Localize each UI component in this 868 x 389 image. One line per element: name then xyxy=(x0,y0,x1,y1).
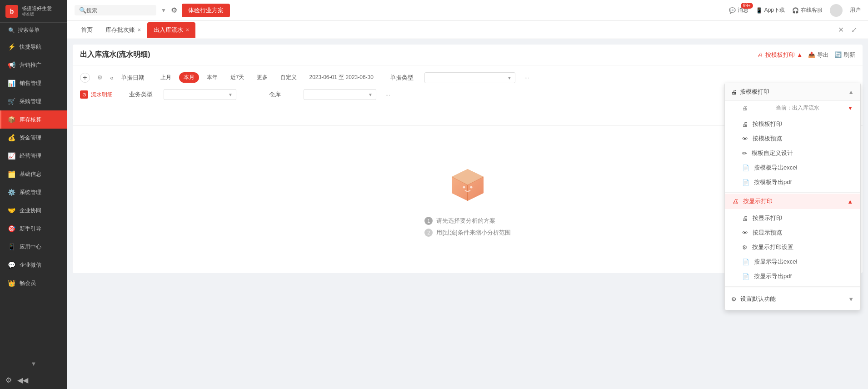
print-dropdown-panel: 🖨 按模板打印 ▲ 🖨 当前：出入库流水 ▼ 🖨 按模板打印 xyxy=(724,83,861,310)
online-service-button[interactable]: 🎧 在线客服 xyxy=(792,6,823,14)
sidebar-item-guide[interactable]: 🎯 新手引导 xyxy=(0,219,67,238)
current-template-label: 当前：出入库流水 xyxy=(776,104,819,112)
dropdown-item-display-excel[interactable]: 📄 按显示导出excel xyxy=(725,254,860,269)
dropdown-footer: ⚙ 设置默认功能 ▼ xyxy=(725,288,860,310)
filter-warehouse-wrapper xyxy=(304,89,376,100)
tab-inout-flow-close[interactable]: × xyxy=(186,27,189,33)
filter-tag-this-month[interactable]: 本月 xyxy=(179,72,199,83)
dropdown-item-template-preview[interactable]: 👁 按模板预览 xyxy=(725,131,860,146)
search-input[interactable] xyxy=(86,7,145,14)
display-section-label: 按显示打印 xyxy=(743,197,773,205)
search-icon: 🔍 xyxy=(8,27,15,34)
doc-type-more[interactable]: ··· xyxy=(524,74,529,81)
svg-point-5 xyxy=(463,186,465,189)
sidebar-item-label: 新手引导 xyxy=(20,225,41,233)
member-icon: 👑 xyxy=(7,279,16,288)
sidebar-item-marketing[interactable]: 📢 营销推广 xyxy=(0,56,67,74)
template-pdf-icon: 📄 xyxy=(742,179,749,186)
dropdown-display-section-header[interactable]: 🖨 按显示打印 ▲ xyxy=(725,194,860,209)
topbar-settings-icon[interactable]: ⚙ xyxy=(171,6,177,15)
message-button[interactable]: 💬 消息 99+ xyxy=(729,6,748,14)
window-close-button[interactable]: ✕ xyxy=(834,25,848,34)
print-template-button[interactable]: 🖨 按模板打印 ▲ xyxy=(758,51,803,59)
print-dropdown-arrow[interactable]: ▲ xyxy=(797,51,803,58)
app-download-button[interactable]: 📱 App下载 xyxy=(756,6,785,14)
user-name: 用户 xyxy=(850,6,861,14)
sidebar-item-member[interactable]: 👑 畅会员 xyxy=(0,274,67,292)
display-section-icon: 🖨 xyxy=(732,198,738,205)
sidebar-item-basic[interactable]: 🗂️ 基础信息 xyxy=(0,165,67,183)
filter-date-range: 2023-06-01 至 2023-06-30 xyxy=(309,74,373,81)
sidebar-item-operation[interactable]: 📈 经营管理 xyxy=(0,147,67,165)
sidebar-item-finance[interactable]: 💰 资金管理 xyxy=(0,129,67,147)
filter-doc-type-select[interactable] xyxy=(424,72,515,83)
warehouse-more[interactable]: ··· xyxy=(385,91,390,98)
dropdown-item-template-excel[interactable]: 📄 按模板导出excel xyxy=(725,160,860,175)
export-button[interactable]: 📤 导出 xyxy=(808,51,829,59)
purchase-icon: 🛒 xyxy=(7,97,16,106)
filter-doc-type-wrapper xyxy=(424,72,515,83)
empty-step-1: 1 请先选择要分析的方案 xyxy=(424,217,510,225)
filter-add-button[interactable]: + xyxy=(80,73,90,83)
industry-solution-button[interactable]: 体验行业方案 xyxy=(182,4,230,17)
sidebar-nav: ⚡ 快捷导航 📢 营销推广 📊 销售管理 🛒 采购管理 📦 库存核算 💰 xyxy=(0,38,67,357)
dropdown-footer-item[interactable]: ⚙ 设置默认功能 ▼ xyxy=(731,292,854,306)
display-preview-label: 按显示预览 xyxy=(753,229,782,237)
collapse-sidebar-icon[interactable]: ◀◀ xyxy=(17,376,28,384)
tab-batch-account[interactable]: 库存批次账 × xyxy=(99,22,147,38)
sidebar-item-quick-nav[interactable]: ⚡ 快捷导航 xyxy=(0,38,67,56)
filter-tag-custom[interactable]: 自定义 xyxy=(275,72,302,83)
sidebar-item-purchase[interactable]: 🛒 采购管理 xyxy=(0,92,67,110)
filter-tag-last-month[interactable]: 上月 xyxy=(155,72,176,83)
sidebar-item-label: 资金管理 xyxy=(20,134,41,142)
tab-batch-account-close[interactable]: × xyxy=(138,27,141,33)
template-excel-label: 按模板导出excel xyxy=(754,164,797,172)
dropdown-item-template-design[interactable]: ✏ 模板自定义设计 xyxy=(725,146,860,160)
dropdown-item-display-preview[interactable]: 👁 按显示预览 xyxy=(725,225,860,240)
dropdown-item-display-pdf[interactable]: 📄 按显示导出pdf xyxy=(725,269,860,284)
dropdown-collapse-arrow[interactable]: ▲ xyxy=(848,89,854,95)
filter-date-tags: 上月 本月 本年 近7天 更多 自定义 xyxy=(155,72,302,83)
refresh-button[interactable]: 🔄 刷新 xyxy=(834,51,855,59)
filter-tag-more[interactable]: 更多 xyxy=(252,72,273,83)
dropdown-item-template-print[interactable]: 🖨 按模板打印 xyxy=(725,117,860,131)
current-template-arrow[interactable]: ▼ xyxy=(848,105,853,111)
dropdown-item-display-print[interactable]: 🖨 按显示打印 xyxy=(725,211,860,225)
sidebar-scroll-down[interactable]: ▼ xyxy=(0,357,67,371)
dropdown-item-display-print-settings[interactable]: ⚙ 按显示打印设置 xyxy=(725,240,860,254)
filter-tag-this-year[interactable]: 本年 xyxy=(202,72,223,83)
sidebar-item-wechat[interactable]: 💬 企业微信 xyxy=(0,256,67,274)
tab-bar: 首页 库存批次账 × 出入库流水 × ✕ ⤢ xyxy=(67,21,868,39)
filter-tag-7days[interactable]: 近7天 xyxy=(225,72,249,83)
display-pdf-icon: 📄 xyxy=(742,273,749,280)
sidebar-search-item[interactable]: 🔍 搜索菜单 xyxy=(0,23,67,38)
tab-home[interactable]: 首页 xyxy=(75,22,99,38)
filter-collapse-icon[interactable]: « xyxy=(110,74,114,81)
filter-warehouse-select[interactable] xyxy=(304,89,376,100)
tab-inout-flow[interactable]: 出入库流水 × xyxy=(147,22,195,38)
dropdown-current: 🖨 当前：出入库流水 ▼ xyxy=(725,101,860,115)
empty-steps: 1 请先选择要分析的方案 2 用[过滤]条件来缩小分析范围 xyxy=(424,217,510,237)
dropdown-item-template-pdf[interactable]: 📄 按模板导出pdf xyxy=(725,175,860,190)
topbar-actions: 💬 消息 99+ 📱 App下载 🎧 在线客服 用户 xyxy=(729,4,861,17)
filter-warehouse-label: 仓库 xyxy=(269,90,296,99)
user-avatar[interactable] xyxy=(830,4,843,17)
window-expand-button[interactable]: ⤢ xyxy=(848,25,861,34)
sidebar-item-app-center[interactable]: 📱 应用中心 xyxy=(0,238,67,256)
filter-biz-type-select[interactable] xyxy=(164,89,236,100)
app-icon: 📱 xyxy=(756,7,763,14)
sidebar-item-inventory[interactable]: 📦 库存核算 xyxy=(0,110,67,129)
sidebar-item-enterprise[interactable]: 🤝 企业协同 xyxy=(0,201,67,219)
display-print-settings-label: 按显示打印设置 xyxy=(752,243,793,251)
settings-icon[interactable]: ⚙ xyxy=(5,376,12,384)
topbar-search[interactable]: 🔍 xyxy=(75,5,156,15)
online-service-label: 在线客服 xyxy=(801,6,823,14)
filter-quick-settings-icon[interactable]: ⚙ xyxy=(97,74,103,81)
system-icon: ⚙️ xyxy=(7,188,16,197)
sidebar-item-label: 快捷导航 xyxy=(20,43,41,51)
enterprise-icon: 🤝 xyxy=(7,206,16,215)
sidebar-item-sales[interactable]: 📊 销售管理 xyxy=(0,74,67,92)
dropdown-display-section: 🖨 按显示打印 👁 按显示预览 ⚙ 按显示打印设置 📄 按显示导出excel xyxy=(725,209,860,285)
sidebar-item-system[interactable]: ⚙️ 系统管理 xyxy=(0,183,67,201)
topbar-dropdown-arrow[interactable]: ▼ xyxy=(161,7,166,14)
